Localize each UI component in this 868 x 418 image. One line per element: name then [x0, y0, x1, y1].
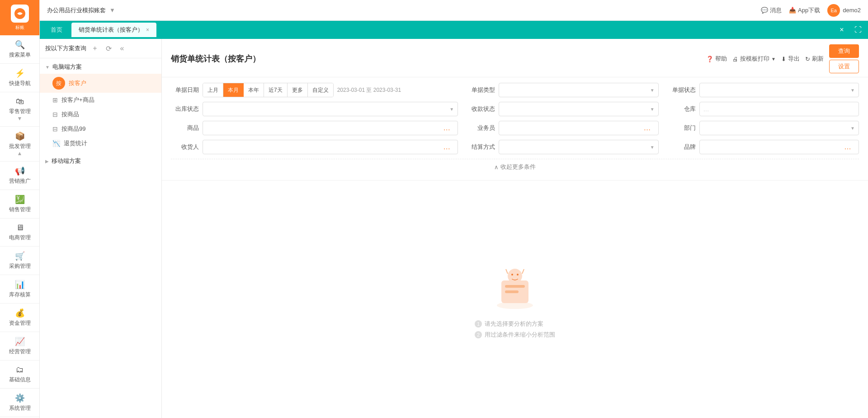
tab-sales-stat[interactable]: 销货单统计表（按客户） × [71, 23, 156, 37]
sidebar-item-marketing[interactable]: 📢 营销推广 [0, 162, 39, 190]
date-tab-last-7[interactable]: 近7天 [264, 83, 288, 97]
empty-tips: 1 请先选择要分析的方案 2 用过滤条件来缩小分析范围 [475, 320, 555, 339]
logo-icon [11, 5, 29, 23]
department-select[interactable]: ▼ [699, 121, 859, 135]
salesperson-dots-btn[interactable]: … [640, 124, 655, 132]
product-dots-btn[interactable]: … [439, 124, 454, 132]
refresh-scheme-button[interactable]: ⟳ [104, 43, 113, 53]
sidebar-item-system[interactable]: ⚙️ 系统管理 [0, 389, 39, 417]
sidebar-item-search[interactable]: 🔍 搜索菜单 [0, 35, 39, 64]
base-icon: 🗂 [16, 365, 24, 375]
sidebar-item-inventory[interactable]: 📊 库存核算 [0, 275, 39, 304]
doc-type-label: 单据类型 [467, 86, 499, 94]
sidebar-item-retail[interactable]: 🛍 零售管理 ▼ [0, 92, 39, 127]
export-button[interactable]: ⬇ 导出 [781, 55, 800, 63]
tip-num-2: 2 [475, 331, 482, 338]
brand-label: 品牌 [668, 143, 699, 151]
scheme-item-by-product-99[interactable]: ⊟ 按商品99 [40, 122, 161, 136]
tip-text-1: 请先选择要分析的方案 [485, 320, 543, 328]
chevron-right-icon: ▶ [45, 159, 49, 164]
collapse-panel-button[interactable]: « [117, 43, 127, 53]
out-status-arrow: ▼ [449, 107, 454, 112]
svg-line-8 [506, 269, 508, 274]
tab-home[interactable]: 首页 [43, 23, 70, 37]
scheme-item-by-product[interactable]: ⊟ 按商品 [40, 107, 161, 122]
out-status-select[interactable]: ▼ [203, 102, 458, 116]
settlement-select[interactable]: ▼ [499, 140, 658, 154]
tab-sales-stat-label: 销货单统计表（按客户） [79, 26, 143, 34]
tab-actions: × ⛶ [835, 24, 864, 36]
filter-area: 单据日期 上月 本月 本年 近7天 更多 自定义 2023-03-01 至 20… [162, 77, 868, 180]
date-tab-more[interactable]: 更多 [288, 83, 308, 97]
pay-status-select[interactable]: ▼ [499, 102, 658, 116]
app-download-button[interactable]: 📥 App下载 [789, 6, 820, 14]
sidebar-item-sales[interactable]: 💹 销售管理 [0, 190, 39, 218]
receiver-select[interactable]: … [203, 140, 458, 154]
grid-icon: ⊞ [52, 96, 58, 104]
refresh-icon: ↻ [805, 56, 810, 62]
scheme-item-by-customer[interactable]: 按 按客户 [40, 74, 161, 93]
date-tab-this-month[interactable]: 本月 [223, 83, 244, 97]
top-header: 办公用品行业模拟账套 ▼ 💬 消息 📥 App下载 Ea demo2 [40, 0, 868, 21]
sidebar-item-operation[interactable]: 📈 经营管理 [0, 332, 39, 361]
scheme-item-by-return[interactable]: 📉 退货统计 [40, 136, 161, 151]
empty-state: 1 请先选择要分析的方案 2 用过滤条件来缩小分析范围 [162, 180, 868, 418]
tab-minimize-button[interactable]: × [835, 24, 848, 36]
breadcrumb-text: 办公用品行业模拟账套 [47, 6, 106, 14]
query-button[interactable]: 查询 [829, 44, 859, 58]
sidebar-item-base[interactable]: 🗂 基础信息 [0, 361, 39, 389]
svg-point-5 [508, 269, 522, 283]
refresh-button[interactable]: ↻ 刷新 [805, 55, 824, 63]
doc-status-select[interactable]: ▼ [699, 83, 859, 97]
scheme-by-return-label: 退货统计 [64, 139, 87, 147]
sidebar-item-finance[interactable]: 💰 资金管理 [0, 304, 39, 332]
tab-home-label: 首页 [51, 26, 62, 34]
scheme-group-pc-header[interactable]: ▼ 电脑端方案 [40, 60, 161, 74]
brand-select[interactable]: … [699, 140, 859, 154]
tab-maximize-button[interactable]: ⛶ [852, 24, 864, 36]
scheme-active-dot: 按 [52, 77, 65, 90]
sidebar-item-wholesale[interactable]: 📦 批发管理 ▲ [0, 127, 39, 162]
product-select[interactable]: … [203, 121, 458, 135]
scheme-group-mobile: ▶ 移动端方案 [40, 152, 161, 170]
message-button[interactable]: 💬 消息 [761, 6, 782, 14]
settlement-arrow: ▼ [650, 145, 655, 150]
export-icon: ⬇ [781, 56, 786, 62]
date-label: 单据日期 [171, 86, 203, 94]
user-menu[interactable]: Ea demo2 [827, 4, 861, 17]
scheme-item-by-customer-product[interactable]: ⊞ 按客户+商品 [40, 93, 161, 107]
setting-button[interactable]: 设置 [829, 60, 859, 73]
brand-dots-btn[interactable]: … [840, 143, 855, 151]
doc-type-select[interactable]: ▼ [499, 83, 658, 97]
empty-tip-1: 1 请先选择要分析的方案 [475, 320, 555, 328]
receiver-dots-btn[interactable]: … [439, 143, 454, 151]
print-button[interactable]: 🖨 按模板打印 ▼ [732, 55, 776, 63]
collapse-up-icon: ∧ [494, 164, 499, 171]
sidebar-item-purchase[interactable]: 🛒 采购管理 [0, 247, 39, 275]
scheme-group-mobile-header[interactable]: ▶ 移动端方案 [40, 154, 161, 168]
sidebar-item-nav[interactable]: ⚡ 快捷导航 [0, 64, 39, 92]
date-tab-this-year[interactable]: 本年 [244, 83, 264, 97]
salesperson-select[interactable]: … [499, 121, 658, 135]
warehouse-select[interactable]: … [699, 102, 859, 116]
help-button[interactable]: ❓ 帮助 [706, 55, 727, 63]
scheme-group-mobile-label: 移动端方案 [52, 157, 81, 165]
tab-close-button[interactable]: × [146, 27, 149, 33]
page-actions: ❓ 帮助 🖨 按模板打印 ▼ ⬇ 导出 ↻ 刷新 [706, 44, 859, 73]
add-scheme-button[interactable]: + [90, 43, 100, 53]
doc-type-arrow: ▼ [650, 88, 655, 93]
date-tab-last-month[interactable]: 上月 [203, 83, 223, 97]
collapse-more-button[interactable]: ∧ 收起更多条件 [171, 159, 859, 175]
scheme-by-product-label: 按商品 [61, 110, 79, 119]
date-tabs: 上月 本月 本年 近7天 更多 自定义 [203, 83, 334, 97]
date-tab-custom[interactable]: 自定义 [308, 83, 333, 97]
right-panel: 销货单统计表（按客户） ❓ 帮助 🖨 按模板打印 ▼ ⬇ 导出 [162, 39, 868, 418]
header-right: 💬 消息 📥 App下载 Ea demo2 [761, 4, 861, 17]
system-icon: ⚙️ [15, 393, 25, 403]
user-avatar: Ea [827, 4, 840, 17]
chevron-icon: ▼ [17, 115, 23, 122]
sidebar-item-ecommerce[interactable]: 🖥 电商管理 [0, 218, 39, 247]
retail-icon: 🛍 [16, 97, 24, 106]
settlement-label: 结算方式 [467, 143, 499, 151]
breadcrumb-dropdown-icon[interactable]: ▼ [109, 7, 115, 14]
